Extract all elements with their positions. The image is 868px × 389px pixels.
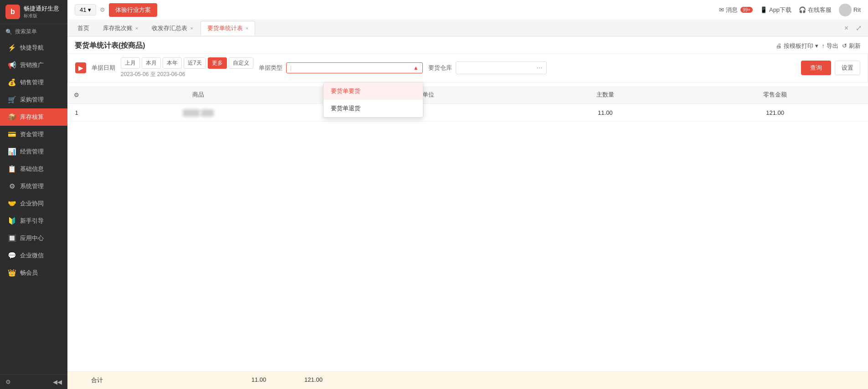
product-value: ████ ███	[183, 109, 214, 116]
sidebar: b 畅捷通好生意 标准版 🔍 搜索菜单 ⚡ 快捷导航 📢 营销推广 💰 销售管理…	[0, 0, 67, 389]
app-name: 畅捷通好生意	[24, 5, 59, 13]
table-header-row: ⚙ 商品 主计量单位 主数量 零售金额	[67, 86, 868, 104]
sidebar-search[interactable]: 🔍 搜索菜单	[0, 24, 67, 39]
app-download-btn[interactable]: 📱 App下载	[760, 6, 791, 14]
sidebar-item-sales[interactable]: 💰 销售管理	[0, 74, 67, 91]
sidebar-item-label: 经营管理	[20, 148, 44, 156]
industry-btn[interactable]: 体验行业方案	[109, 3, 157, 17]
wechat-icon: 💬	[7, 251, 16, 260]
marketing-icon: 📢	[7, 61, 16, 69]
store-selector[interactable]: 41 ▾	[75, 4, 96, 15]
filter-bar: ▶ 单据日期 上月 本月 本年 近7天 更多 自定义 2023-05-06 至 …	[67, 53, 868, 82]
sidebar-item-member[interactable]: 👑 畅会员	[0, 264, 67, 282]
sidebar-item-system[interactable]: ⚙ 系统管理	[0, 178, 67, 195]
sidebar-item-wechat[interactable]: 💬 企业微信	[0, 247, 67, 264]
messages-label: 消息	[726, 6, 738, 14]
collapse-sidebar-btn[interactable]: ◀◀	[53, 379, 62, 385]
sidebar-bottom: ⚙ ◀◀	[0, 374, 67, 389]
sidebar-logo: b 畅捷通好生意 标准版	[0, 0, 67, 24]
filter-actions: 查询 设置	[801, 61, 860, 75]
sidebar-item-label: 应用中心	[20, 234, 44, 242]
app-logo-icon: b	[5, 5, 20, 19]
topbar-right: ✉ 消息 99+ 📱 App下载 🎧 在线客服 Rit	[719, 4, 861, 16]
date-btn-last-month[interactable]: 上月	[121, 57, 140, 69]
type-dropdown-arrow: ▲	[413, 65, 419, 71]
cooperation-icon: 🤝	[7, 200, 16, 208]
filter-toggle-btn[interactable]: ▶	[75, 62, 86, 73]
export-btn[interactable]: ↑ 导出	[822, 42, 839, 50]
guide-icon: 🔰	[7, 217, 16, 225]
online-service-btn[interactable]: 🎧 在线客服	[799, 6, 832, 14]
tab-batch-account-close[interactable]: ×	[135, 26, 138, 31]
footer-unit	[177, 376, 231, 384]
sidebar-item-label: 企业协同	[20, 200, 44, 208]
tab-maximize-btn[interactable]: ⤢	[853, 23, 864, 33]
sidebar-item-basic[interactable]: 📋 基础信息	[0, 160, 67, 178]
main-area: 41 ▾ ⚙ 体验行业方案 ✉ 消息 99+ 📱 App下载 🎧 在线客服 R	[67, 0, 868, 389]
export-icon: ↑	[822, 42, 825, 49]
tab-order-stats[interactable]: 要货单统计表 ×	[200, 21, 255, 36]
cell-product: ████ ███	[86, 104, 311, 122]
headset-icon: 🎧	[799, 6, 806, 13]
user-avatar[interactable]: Rit	[839, 4, 861, 16]
tab-close-all-btn[interactable]: ×	[842, 23, 851, 33]
store-number: 41	[80, 6, 86, 13]
user-name: Rit	[853, 6, 861, 13]
date-range-display: 2023-05-06 至 2023-06-06	[121, 71, 253, 78]
messages-badge: 99+	[740, 7, 753, 13]
system-icon: ⚙	[7, 182, 16, 190]
messages-btn[interactable]: ✉ 消息 99+	[719, 6, 753, 14]
footer-quantity: 11.00	[231, 376, 286, 384]
tab-order-stats-close[interactable]: ×	[246, 26, 248, 31]
sidebar-item-finance[interactable]: 💳 资金管理	[0, 126, 67, 143]
warehouse-selector[interactable]: ···	[456, 61, 547, 74]
tab-collect-summary-close[interactable]: ×	[190, 26, 193, 31]
member-icon: 👑	[7, 269, 16, 277]
page-title: 要货单统计表(按商品)	[75, 41, 145, 51]
date-btn-this-month[interactable]: 本月	[142, 57, 161, 69]
inventory-icon: 📦	[7, 113, 16, 121]
export-label: 导出	[827, 42, 838, 50]
date-btn-more[interactable]: 更多	[208, 57, 227, 69]
col-product: 商品	[86, 86, 311, 104]
print-btn[interactable]: 🖨 按模板打印 ▾	[776, 42, 818, 50]
sidebar-item-app-center[interactable]: 🔲 应用中心	[0, 230, 67, 247]
table-footer: 合计 11.00 121.00	[67, 371, 868, 389]
sidebar-item-label: 畅会员	[20, 269, 38, 277]
dropdown-item-order-order[interactable]: 要货单要货	[324, 82, 423, 100]
date-btn-custom[interactable]: 自定义	[229, 57, 253, 69]
search-icon: 🔍	[5, 29, 12, 35]
date-controls: 上月 本月 本年 近7天 更多 自定义 2023-05-06 至 2023-06…	[121, 57, 253, 78]
store-dropdown-icon: ▾	[88, 6, 91, 13]
sidebar-item-inventory[interactable]: 📦 库存核算	[0, 108, 67, 126]
sidebar-item-cooperation[interactable]: 🤝 企业协同	[0, 195, 67, 212]
date-btn-last-7days[interactable]: 近7天	[184, 57, 206, 69]
tab-home[interactable]: 首页	[71, 21, 96, 35]
col-settings[interactable]: ⚙	[67, 86, 86, 104]
query-btn[interactable]: 查询	[801, 61, 831, 75]
quick-nav-icon: ⚡	[7, 44, 16, 52]
sidebar-item-guide[interactable]: 🔰 新手引导	[0, 212, 67, 230]
col-quantity: 主数量	[528, 86, 682, 104]
table-row: 1 ████ ███ 块 11.00 121.00	[67, 104, 868, 122]
tab-batch-account[interactable]: 库存批次账 ×	[97, 21, 144, 35]
purchase-icon: 🛒	[7, 96, 16, 104]
print-label: 按模板打印	[784, 42, 813, 50]
sidebar-item-purchase[interactable]: 🛒 采购管理	[0, 91, 67, 108]
setting-btn[interactable]: 设置	[835, 61, 860, 75]
print-icon: 🖨	[776, 42, 782, 49]
dropdown-item-order-return[interactable]: 要货单退货	[324, 100, 423, 117]
tab-collect-summary[interactable]: 收发存汇总表 ×	[145, 21, 199, 35]
tab-order-stats-label: 要货单统计表	[207, 24, 243, 32]
topbar-left: 41 ▾ ⚙ 体验行业方案	[75, 3, 157, 17]
refresh-btn[interactable]: ↺ 刷新	[842, 42, 861, 50]
sidebar-item-label: 基础信息	[20, 165, 44, 173]
sidebar-item-marketing[interactable]: 📢 营销推广	[0, 56, 67, 74]
settings-bottom-btn[interactable]: ⚙	[5, 379, 11, 385]
topbar-settings-icon[interactable]: ⚙	[100, 6, 105, 13]
sidebar-item-operation[interactable]: 📊 经营管理	[0, 143, 67, 160]
sidebar-item-quick-nav[interactable]: ⚡ 快捷导航	[0, 39, 67, 56]
sidebar-item-label: 营销推广	[20, 61, 44, 69]
type-selector[interactable]: | ▲	[286, 62, 423, 73]
date-btn-this-year[interactable]: 本年	[163, 57, 182, 69]
